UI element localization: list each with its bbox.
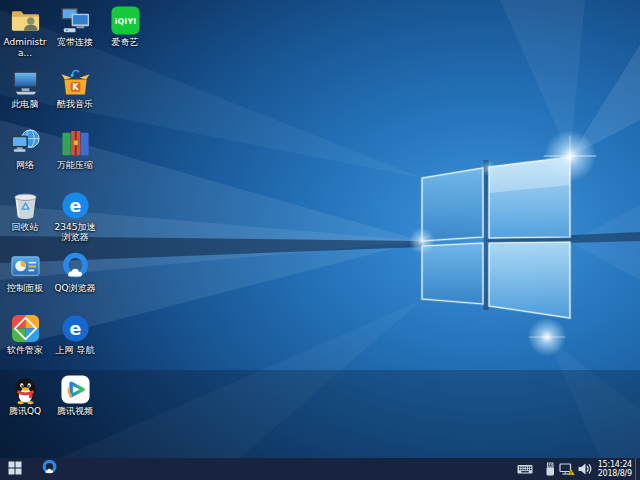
icon-label: 万能压缩 — [57, 160, 93, 171]
clock-time: 15:14:24 — [598, 460, 632, 469]
broadband-connection-icon — [60, 5, 91, 36]
qq-browser-icon — [41, 459, 58, 480]
desktop-icon-broadband-connection[interactable]: 宽带连接 — [51, 2, 99, 64]
software-manager-icon — [10, 313, 41, 344]
tencent-video-icon — [60, 374, 91, 405]
desktop-icon-tencent-qq[interactable]: 腾讯QQ — [1, 371, 49, 433]
2345-browser-icon: e — [60, 190, 91, 221]
icon-label: 控制面板 — [7, 283, 43, 294]
icon-label: 宽带连接 — [57, 37, 93, 48]
desktop-icon-qq-browser[interactable]: QQ浏览器 — [51, 248, 99, 310]
kuwo-music-icon: K — [60, 67, 91, 98]
taskbar: 15:14:24 2018/8/9 — [0, 458, 640, 480]
desktop-icon-user-folder[interactable]: Administra... — [1, 2, 49, 64]
iqiyi-icon: iQIYI — [110, 5, 141, 36]
svg-text:iQIYI: iQIYI — [114, 17, 136, 26]
desktop-icon-archive-tool[interactable]: 万能压缩 — [51, 125, 99, 187]
desktop-icon-grid: Administra... 此电脑 — [0, 0, 149, 433]
taskbar-qq-browser-button[interactable] — [34, 458, 64, 480]
start-button[interactable] — [0, 458, 30, 480]
desktop-icon-2345-browser[interactable]: e 2345加速浏览器 — [51, 187, 99, 249]
icon-label: 回收站 — [12, 222, 39, 233]
svg-text:e: e — [69, 195, 81, 215]
icon-column-1: Administra... 此电脑 — [1, 2, 49, 433]
desktop-icon-kuwo-music[interactable]: K 酷我音乐 — [51, 64, 99, 126]
tray-clock[interactable]: 15:14:24 2018/8/9 — [593, 460, 635, 478]
touch-keyboard-icon[interactable] — [517, 458, 534, 480]
icon-label: 网络 — [16, 160, 34, 171]
desktop-icon-this-pc[interactable]: 此电脑 — [1, 64, 49, 126]
desktop-icon-recycle-bin[interactable]: 回收站 — [1, 187, 49, 249]
icon-label: Administra... — [1, 37, 49, 58]
qq-browser-icon — [60, 251, 91, 282]
icon-label: 酷我音乐 — [57, 99, 93, 110]
svg-text:K: K — [72, 81, 79, 91]
volume-icon[interactable] — [576, 458, 593, 480]
system-tray: 15:14:24 2018/8/9 — [517, 458, 640, 480]
icon-label: 腾讯视频 — [57, 406, 93, 417]
usb-device-icon[interactable] — [542, 458, 559, 480]
this-pc-icon — [10, 67, 41, 98]
control-panel-icon — [10, 251, 41, 282]
desktop-icon-tencent-video[interactable]: 腾讯视频 — [51, 371, 99, 433]
web-navigation-icon: e — [60, 313, 91, 344]
windows-desktop: Administra... 此电脑 — [0, 0, 640, 480]
desktop-icon-control-panel[interactable]: 控制面板 — [1, 248, 49, 310]
desktop-icon-iqiyi[interactable]: iQIYI 爱奇艺 — [101, 2, 149, 64]
tencent-qq-icon — [10, 374, 41, 405]
icon-label: QQ浏览器 — [54, 283, 95, 294]
desktop-icon-web-navigation[interactable]: e 上网 导航 — [51, 310, 99, 372]
icon-label: 爱奇艺 — [112, 37, 139, 48]
icon-label: 此电脑 — [12, 99, 39, 110]
svg-text:e: e — [69, 318, 81, 338]
show-desktop-button[interactable] — [635, 458, 640, 480]
windows-logo-icon — [8, 460, 22, 479]
icon-label: 腾讯QQ — [9, 406, 41, 417]
icon-label: 上网 导航 — [56, 345, 95, 356]
user-folder-icon — [10, 5, 41, 36]
archive-tool-icon — [60, 128, 91, 159]
network-warning-icon[interactable] — [559, 458, 576, 480]
recycle-bin-icon — [10, 190, 41, 221]
icon-label: 2345加速浏览器 — [51, 222, 99, 243]
clock-date: 2018/8/9 — [598, 469, 632, 478]
icon-label: 软件管家 — [7, 345, 43, 356]
network-icon — [10, 128, 41, 159]
desktop-icon-network[interactable]: 网络 — [1, 125, 49, 187]
icon-column-3: iQIYI 爱奇艺 — [101, 2, 149, 433]
icon-column-2: 宽带连接 K 酷我音乐 — [51, 2, 99, 433]
desktop-icon-software-manager[interactable]: 软件管家 — [1, 310, 49, 372]
